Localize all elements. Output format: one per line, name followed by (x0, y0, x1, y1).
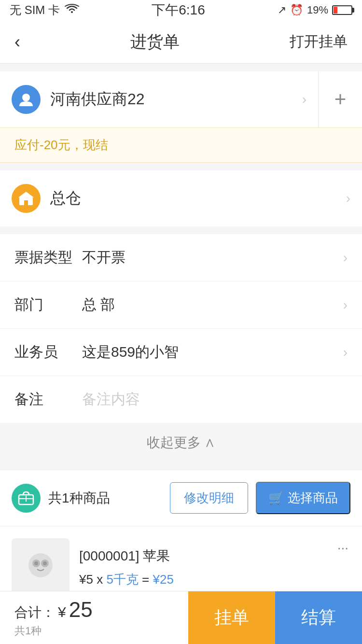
footer-total-area: 合计： ¥ 25 共1种 (0, 598, 188, 638)
department-chevron-icon: › (343, 297, 348, 313)
department-label: 部门 (14, 295, 82, 315)
open-hang-button[interactable]: 打开挂单 (290, 32, 348, 52)
settle-button[interactable]: 结算 (275, 591, 362, 644)
agent-row[interactable]: 业务员 这是859的小智 › (0, 329, 362, 376)
agent-chevron-icon: › (343, 345, 348, 360)
ticket-type-row[interactable]: 票据类型 不开票 › (0, 234, 362, 281)
product-code: [0000001] (79, 548, 143, 563)
supplier-chevron-icon: › (302, 92, 306, 107)
battery-percent: 19% (307, 4, 328, 16)
product-header: 共1种商品 修改明细 🛒 选择商品 (0, 470, 362, 526)
status-time: 下午6:16 (152, 1, 205, 19)
product-thumbnail (12, 538, 70, 596)
footer-total-amount: 25 (69, 598, 93, 622)
hang-button[interactable]: 挂单 (188, 591, 275, 644)
notice-bar: 应付-20元，现结 (0, 127, 362, 163)
svg-rect-3 (24, 200, 28, 205)
page-title: 进货单 (130, 31, 180, 53)
status-right: ↗ ⏰ 19% (278, 4, 352, 16)
product-more-button[interactable]: ··· (335, 538, 350, 558)
svg-point-10 (34, 561, 38, 565)
product-icon (12, 484, 41, 513)
footer-total-label: 合计： (14, 603, 55, 622)
supplier-avatar (12, 85, 41, 114)
agent-value: 这是859的小智 (82, 342, 343, 362)
location-icon: ↗ (278, 4, 286, 16)
department-value: 总 部 (82, 295, 343, 315)
add-supplier-button[interactable]: + (319, 71, 362, 127)
notice-text: 应付-20元，现结 (14, 138, 108, 152)
nav-bar: ‹ 进货单 打开挂单 (0, 20, 362, 64)
product-count-label: 共1种商品 (48, 489, 162, 507)
ticket-type-label: 票据类型 (14, 248, 82, 267)
edit-detail-button[interactable]: 修改明细 (170, 482, 248, 514)
back-button[interactable]: ‹ (14, 32, 20, 52)
product-info: [0000001] 苹果 ¥5 x 5千克 = ¥25 (79, 547, 326, 588)
footer: 合计： ¥ 25 共1种 挂单 结算 (0, 591, 362, 644)
select-product-label: 选择商品 (288, 490, 338, 506)
remark-row[interactable]: 备注 备注内容 (0, 376, 362, 423)
svg-point-7 (28, 553, 53, 577)
battery-icon (332, 5, 352, 15)
product-total: ¥25 (153, 572, 173, 587)
product-quantity: 5千克 (106, 572, 138, 587)
remark-input[interactable]: 备注内容 (82, 390, 348, 409)
svg-marker-2 (18, 192, 34, 197)
svg-point-11 (43, 561, 47, 565)
svg-point-0 (22, 94, 30, 101)
product-title: 苹果 (143, 548, 170, 563)
agent-label: 业务员 (14, 342, 82, 362)
price-equals: = (139, 572, 153, 587)
warehouse-section[interactable]: 总仓 › (0, 170, 362, 226)
product-price: ¥5 x 5千克 = ¥25 (79, 571, 326, 588)
status-left: 无 SIM 卡 (10, 2, 79, 18)
carrier-label: 无 SIM 卡 (10, 2, 60, 18)
form-section: 票据类型 不开票 › 部门 总 部 › 业务员 这是859的小智 › 备注 备注… (0, 234, 362, 423)
footer-currency: ¥ (58, 604, 66, 620)
ticket-type-chevron-icon: › (343, 250, 348, 266)
supplier-name: 河南供应商22 (50, 89, 302, 110)
ticket-type-value: 不开票 (82, 248, 343, 267)
collapse-label: 收起更多 ∧ (147, 434, 216, 452)
warehouse-icon (12, 184, 41, 213)
product-name: [0000001] 苹果 (79, 547, 326, 565)
supplier-section: 河南供应商22 › + (0, 71, 362, 127)
select-product-button[interactable]: 🛒 选择商品 (256, 482, 350, 514)
alarm-icon: ⏰ (290, 4, 303, 16)
main-content: 河南供应商22 › + 应付-20元，现结 总仓 › 票据类型 不开票 › 部门 (0, 71, 362, 644)
footer-sub-label: 共1种 (14, 624, 174, 638)
collapse-bar[interactable]: 收起更多 ∧ (0, 423, 362, 462)
price-unit: ¥5 x (79, 572, 106, 587)
warehouse-chevron-icon: › (346, 191, 350, 206)
remark-label: 备注 (14, 390, 82, 409)
status-bar: 无 SIM 卡 下午6:16 ↗ ⏰ 19% (0, 0, 362, 20)
department-row[interactable]: 部门 总 部 › (0, 281, 362, 329)
wifi-icon (65, 3, 79, 17)
cart-icon: 🛒 (268, 490, 284, 505)
warehouse-name: 总仓 (50, 188, 346, 209)
supplier-selector[interactable]: 河南供应商22 › (0, 71, 319, 127)
